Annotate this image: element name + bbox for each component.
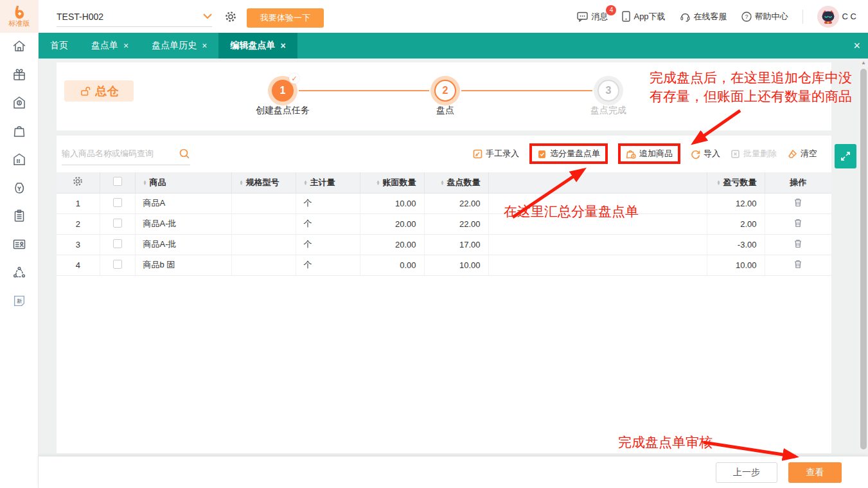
row-checkbox[interactable] xyxy=(113,198,122,207)
help-center-menu[interactable]: ? 帮助中心 xyxy=(741,11,788,23)
select-all-checkbox[interactable] xyxy=(113,177,122,186)
step-connector xyxy=(299,90,429,91)
sort-icon[interactable]: ▲▼ xyxy=(304,180,308,185)
message-icon xyxy=(577,12,588,22)
settings-gear-icon[interactable] xyxy=(225,11,236,25)
user-menu[interactable]: C C xyxy=(817,6,856,28)
append-goods-label: 追加商品 xyxy=(639,148,673,159)
manual-entry-icon xyxy=(473,149,483,159)
store-selector[interactable]: TEST-H002 xyxy=(57,6,212,27)
whats-new-icon: 新 xyxy=(12,294,26,308)
app-download-label: App下载 xyxy=(633,11,665,23)
tab-label: 编辑盘点单 xyxy=(230,40,275,51)
sort-icon[interactable]: ▲▼ xyxy=(240,180,244,185)
network-icon xyxy=(12,265,27,280)
warehouse-badge-label: 总仓 xyxy=(96,84,119,99)
headset-icon xyxy=(680,12,691,22)
step-3-circle: 3 xyxy=(598,80,619,102)
sidebar-item-share[interactable] xyxy=(12,265,27,280)
sidebar-item-contacts[interactable] xyxy=(12,237,27,252)
tabbar: 首页 盘点单 × 盘点单历史 × 编辑盘点单 × × xyxy=(39,33,868,59)
table-row: 1 商品A 个 10.00 22.00 12.00 xyxy=(57,193,831,213)
row-index: 1 xyxy=(57,193,100,213)
sidebar-item-whats-new[interactable]: 新 xyxy=(12,293,27,309)
clipboard-icon xyxy=(12,208,27,224)
experience-button[interactable]: 我要体验一下 xyxy=(247,8,324,28)
col-profit-loss: 盈亏数量 xyxy=(723,177,757,187)
avatar xyxy=(817,6,839,28)
scrollbar-thumb[interactable] xyxy=(860,69,867,449)
sort-icon[interactable]: ▲▼ xyxy=(376,180,380,185)
batch-delete-label: 批量删除 xyxy=(743,148,777,159)
prev-step-button[interactable]: 上一步 xyxy=(716,462,777,483)
select-partial-sheet-highlight-box: 选分量盘点单 xyxy=(529,143,608,164)
step-3: 3 xyxy=(594,76,623,105)
tab-close-icon[interactable]: × xyxy=(202,41,207,51)
counted-qty-cell: 10.00 xyxy=(424,255,488,275)
tab-close-icon[interactable]: × xyxy=(123,41,128,51)
delete-row-icon[interactable] xyxy=(793,239,802,248)
column-settings-icon[interactable] xyxy=(73,176,83,186)
delete-row-icon[interactable] xyxy=(793,218,802,228)
product-search-input[interactable] xyxy=(62,149,179,158)
product-search xyxy=(62,142,190,165)
manual-entry-button[interactable]: 手工录入 xyxy=(473,148,519,159)
scroll-up-icon[interactable]: ▲ xyxy=(859,60,868,66)
sidebar-item-store[interactable] xyxy=(12,95,27,111)
import-button[interactable]: 导入 xyxy=(691,148,720,159)
table-row: 2 商品A-批 个 20.00 22.00 2.00 xyxy=(57,213,831,234)
append-goods-button[interactable]: 追加商品 xyxy=(626,148,673,159)
online-service-menu[interactable]: 在线客服 xyxy=(680,11,727,23)
tab-close-icon[interactable]: × xyxy=(280,41,285,51)
step-2-label: 盘点 xyxy=(426,105,465,116)
sidebar-item-home[interactable] xyxy=(12,39,27,54)
step-1-label: 创建盘点任务 xyxy=(244,105,321,116)
close-all-icon[interactable]: × xyxy=(853,33,860,59)
batch-delete-button[interactable]: 批量删除 xyxy=(731,148,777,159)
vertical-scrollbar[interactable]: ▲ xyxy=(859,59,868,456)
sidebar-item-funds[interactable] xyxy=(12,180,27,195)
svg-text:?: ? xyxy=(745,14,748,20)
tab-inventory-history[interactable]: 盘点单历史 × xyxy=(140,33,218,59)
view-button[interactable]: 查看 xyxy=(788,462,842,483)
tab-edit-inventory-sheet[interactable]: 编辑盘点单 × xyxy=(218,33,297,59)
sidebar-item-gift[interactable] xyxy=(12,67,27,82)
delete-row-icon[interactable] xyxy=(793,259,802,269)
tab-inventory-sheet[interactable]: 盘点单 × xyxy=(80,33,140,59)
delete-row-icon[interactable] xyxy=(793,197,802,207)
fullscreen-button[interactable] xyxy=(835,144,856,168)
clear-button[interactable]: 清空 xyxy=(787,148,817,159)
main-card: 手工录入 选分量盘点单 xyxy=(57,136,831,453)
messages-menu[interactable]: 消息 4 xyxy=(577,11,608,23)
sidebar-item-purchase[interactable] xyxy=(12,123,27,139)
app-logo[interactable]: 标准版 xyxy=(0,0,39,33)
select-partial-sheet-button[interactable]: 选分量盘点单 xyxy=(537,148,600,159)
product-cell: 商品A-批 xyxy=(135,213,231,234)
row-checkbox[interactable] xyxy=(113,260,122,269)
messages-label: 消息 xyxy=(591,11,608,23)
tab-home[interactable]: 首页 xyxy=(39,33,80,59)
home-icon xyxy=(12,39,27,54)
search-icon[interactable] xyxy=(179,148,190,159)
row-checkbox[interactable] xyxy=(113,239,122,248)
app-download-menu[interactable]: App下载 xyxy=(622,11,665,23)
step-1-circle: 1 xyxy=(272,80,294,102)
shopping-bag-icon xyxy=(12,123,27,139)
logo-caption: 标准版 xyxy=(9,19,30,28)
sidebar-item-warehouse[interactable] xyxy=(12,152,27,167)
sort-icon[interactable]: ▲▼ xyxy=(441,180,445,185)
sidebar-item-documents[interactable] xyxy=(12,208,27,224)
book-qty-cell: 0.00 xyxy=(360,255,424,275)
sort-icon[interactable]: ▲▼ xyxy=(143,180,147,185)
spec-cell xyxy=(231,213,296,234)
col-spec: 规格型号 xyxy=(245,177,279,187)
checklist-icon xyxy=(537,149,547,159)
col-book-qty: 账面数量 xyxy=(383,177,416,187)
contact-card-icon xyxy=(12,237,27,252)
step-2-circle: 2 xyxy=(434,80,456,102)
profit-loss-cell: -3.00 xyxy=(707,234,765,255)
row-checkbox[interactable] xyxy=(113,219,122,228)
step-3-label: 盘点完成 xyxy=(583,105,634,116)
sort-icon[interactable]: ▲▼ xyxy=(717,180,721,185)
col-actions: 操作 xyxy=(790,177,806,187)
